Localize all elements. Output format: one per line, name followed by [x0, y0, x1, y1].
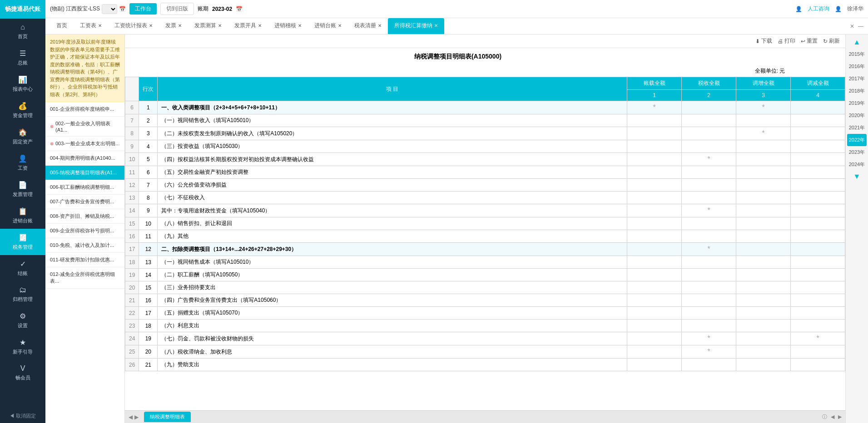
- sidebar-item-settings[interactable]: ⚙ 设置: [0, 307, 45, 334]
- cell-item[interactable]: （四）广告费和业务宣传费支出（填写A105060）: [158, 294, 627, 307]
- cell-value-4[interactable]: [791, 179, 845, 192]
- cell-value-3[interactable]: [736, 114, 791, 127]
- cell-value-2[interactable]: [682, 307, 736, 320]
- cell-value-1[interactable]: [627, 192, 682, 204]
- cell-value-2[interactable]: *: [682, 345, 736, 359]
- year-item[interactable]: 2022年: [847, 134, 867, 146]
- cell-value-2[interactable]: *: [682, 243, 736, 256]
- cell-value-4[interactable]: [791, 114, 845, 127]
- year-item[interactable]: 2018年: [847, 85, 867, 97]
- cell-value-2[interactable]: [682, 281, 736, 294]
- cell-value-3[interactable]: [736, 230, 791, 243]
- left-menu-005[interactable]: 005-纳税调整项目明细表(A1...: [45, 166, 124, 180]
- cell-value-3[interactable]: [736, 345, 791, 359]
- sidebar-item-archive[interactable]: 🗂 归档管理: [0, 281, 45, 307]
- year-item[interactable]: 2023年: [847, 146, 867, 158]
- cell-value-2[interactable]: [682, 320, 736, 332]
- sidebar-item-fixed[interactable]: 🏠 固定资产: [0, 123, 45, 150]
- year-item[interactable]: 2024年: [847, 158, 867, 171]
- user-label[interactable]: 徐泽华: [847, 5, 863, 13]
- cell-item[interactable]: （二）未按权责发生制原则确认的收入（填写A105020）: [158, 127, 627, 140]
- cell-value-3[interactable]: [736, 320, 791, 332]
- cell-value-2[interactable]: [682, 114, 736, 127]
- tab-close-income-tax[interactable]: ✕: [434, 23, 438, 28]
- left-menu-006[interactable]: 006-职工薪酬纳税调整明细...: [45, 180, 124, 195]
- cell-item[interactable]: （六）公允价值变动净损益: [158, 179, 627, 192]
- unpin-sidebar[interactable]: ◀ 取消固定: [0, 409, 45, 423]
- cell-value-3[interactable]: [736, 166, 791, 179]
- cell-value-3[interactable]: [736, 153, 791, 166]
- cell-item[interactable]: （九）赞助支出: [158, 359, 627, 371]
- cell-value-1[interactable]: [627, 217, 682, 230]
- sheet-next-icon[interactable]: ▶: [134, 414, 139, 420]
- left-menu-012[interactable]: 012-减免企业所得税优惠明细表...: [45, 267, 124, 289]
- cell-item[interactable]: （五）捐赠支出（填写A105070）: [158, 307, 627, 320]
- cell-value-2[interactable]: *: [682, 332, 736, 345]
- left-menu-007[interactable]: 007-广告费和业务宣传费明...: [45, 195, 124, 209]
- year-item[interactable]: 2016年: [847, 60, 867, 73]
- cell-value-1[interactable]: [627, 204, 682, 217]
- year-up-icon[interactable]: ▲: [852, 36, 863, 48]
- company-dropdown[interactable]: [102, 4, 117, 14]
- cell-value-2[interactable]: [682, 230, 736, 243]
- cell-value-4[interactable]: [791, 127, 845, 140]
- cell-value-2[interactable]: [682, 359, 736, 371]
- cell-value-2[interactable]: [682, 179, 736, 192]
- cell-value-2[interactable]: *: [682, 204, 736, 217]
- cell-value-4[interactable]: [791, 101, 845, 114]
- cell-value-3[interactable]: [736, 256, 791, 269]
- tab-purchase-ledger[interactable]: 进销台账 ✕: [308, 18, 348, 34]
- tab-close-invoice-open[interactable]: ✕: [258, 23, 262, 28]
- cell-value-4[interactable]: [791, 320, 845, 332]
- cell-value-1[interactable]: [627, 294, 682, 307]
- sidebar-item-member[interactable]: V 畅会员: [0, 360, 45, 386]
- cell-value-4[interactable]: [791, 345, 845, 359]
- sidebar-item-asset[interactable]: 💰 资金管理: [0, 97, 45, 123]
- minimize-icon[interactable]: —: [858, 23, 863, 30]
- cell-item[interactable]: （四）按权益法核算长期股权投资对初始投资成本调整确认收益: [158, 153, 627, 166]
- cell-value-1[interactable]: [627, 140, 682, 153]
- cell-value-3[interactable]: [736, 294, 791, 307]
- cell-item[interactable]: （三）业务招待要支出: [158, 281, 627, 294]
- cell-item[interactable]: （五）交易性金融资产初始投资调整: [158, 166, 627, 179]
- cell-item[interactable]: 其中：专项用途财政性资金（填写A105040）: [158, 204, 627, 217]
- cell-value-4[interactable]: [791, 192, 845, 204]
- tab-tax-list[interactable]: 税表清册 ✕: [348, 18, 388, 34]
- cell-item[interactable]: （六）利息支出: [158, 320, 627, 332]
- cell-value-4[interactable]: [791, 153, 845, 166]
- cell-value-4[interactable]: *: [791, 332, 845, 345]
- cell-item[interactable]: （九）其他: [158, 230, 627, 243]
- sidebar-item-report[interactable]: 📊 报表中心: [0, 71, 45, 97]
- cell-value-4[interactable]: [791, 359, 845, 371]
- tab-purchase-audit[interactable]: 进销稽核 ✕: [268, 18, 308, 34]
- cell-value-2[interactable]: [682, 256, 736, 269]
- refresh-button[interactable]: ↻ 刷新: [823, 37, 840, 45]
- close-all-icon[interactable]: ✕: [850, 23, 854, 30]
- year-item[interactable]: 2021年: [847, 122, 867, 134]
- cell-value-1[interactable]: [627, 243, 682, 256]
- cell-value-3[interactable]: *: [736, 127, 791, 140]
- sidebar-item-guide[interactable]: ★ 新手引导: [0, 334, 45, 360]
- cell-value-3[interactable]: [736, 217, 791, 230]
- cell-value-3[interactable]: [736, 204, 791, 217]
- cell-value-1[interactable]: [627, 320, 682, 332]
- tab-income-tax[interactable]: 所得税汇算缴纳 ✕: [388, 18, 444, 34]
- cell-value-4[interactable]: [791, 243, 845, 256]
- sidebar-item-invoice[interactable]: 📄 发票管理: [0, 176, 45, 202]
- tab-invoice-calc[interactable]: 发票测算 ✕: [188, 18, 228, 34]
- tab-close-salary-report[interactable]: ✕: [149, 23, 153, 28]
- cell-item[interactable]: （七）罚金、罚款和被没收财物的损失: [158, 332, 627, 345]
- cell-value-3[interactable]: [736, 359, 791, 371]
- cell-value-1[interactable]: *: [627, 101, 682, 114]
- sidebar-item-ledger[interactable]: ☰ 总账: [0, 44, 45, 71]
- tab-invoice[interactable]: 发票 ✕: [159, 18, 188, 34]
- tab-invoice-open[interactable]: 发票开具 ✕: [228, 18, 268, 34]
- cell-value-3[interactable]: [736, 192, 791, 204]
- cell-value-4[interactable]: [791, 166, 845, 179]
- cell-value-2[interactable]: [682, 294, 736, 307]
- cell-value-2[interactable]: [682, 269, 736, 281]
- cell-item[interactable]: 一、收入类调整项目（2+3+4+5+6+7+8+10+11）: [158, 101, 627, 114]
- cell-value-2[interactable]: [682, 140, 736, 153]
- cell-value-3[interactable]: [736, 332, 791, 345]
- tab-close-purchase-ledger[interactable]: ✕: [338, 23, 342, 28]
